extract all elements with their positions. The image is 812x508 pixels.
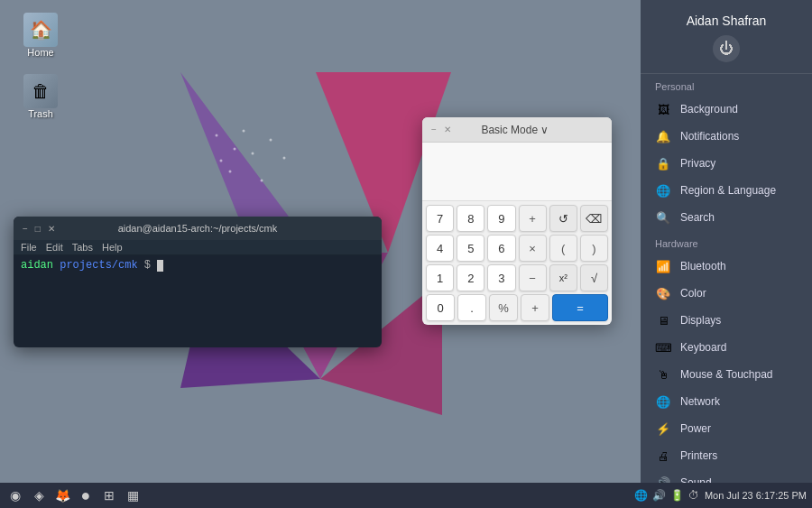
calc-minimize-btn[interactable]: − bbox=[429, 125, 438, 134]
settings-color-label: Color bbox=[680, 287, 706, 300]
terminal-prompt-symbol: $ bbox=[144, 259, 157, 272]
settings-item-network[interactable]: 🌐 Network bbox=[641, 388, 812, 415]
svg-point-8 bbox=[243, 130, 245, 133]
terminal-minimize-btn[interactable]: − bbox=[21, 224, 30, 234]
taskbar-firefox[interactable]: 🦊 bbox=[52, 485, 72, 505]
calc-btn-add[interactable]: + bbox=[521, 294, 549, 321]
settings-item-power[interactable]: ⚡ Power bbox=[641, 415, 812, 442]
settings-item-displays[interactable]: 🖥 Displays bbox=[641, 307, 812, 334]
calc-display bbox=[422, 143, 612, 201]
calc-btn-sqrt[interactable]: √ bbox=[580, 264, 608, 291]
terminal-prompt-path: projects/cmk bbox=[60, 259, 137, 272]
calc-btn-decimal[interactable]: . bbox=[457, 294, 486, 321]
calc-btn-0[interactable]: 0 bbox=[426, 294, 455, 321]
power-settings-icon: ⚡ bbox=[655, 420, 671, 437]
terminal-menu-bar: File Edit Tabs Help bbox=[14, 240, 382, 255]
settings-region-label: Region & Language bbox=[680, 184, 776, 197]
settings-mouse-label: Mouse & Touchpad bbox=[680, 368, 773, 381]
taskbar-icon-6[interactable]: ▦ bbox=[123, 485, 143, 505]
calc-btn-squared[interactable]: x² bbox=[549, 264, 577, 291]
terminal-close-btn[interactable]: ✕ bbox=[46, 224, 57, 234]
settings-item-notifications[interactable]: 🔔 Notifications bbox=[641, 123, 812, 150]
calc-btn-7[interactable]: 7 bbox=[426, 205, 454, 232]
calc-btn-9[interactable]: 9 bbox=[487, 205, 515, 232]
taskbar-network-icon[interactable]: 🌐 bbox=[634, 489, 648, 502]
calc-row-4: 0 . % + = bbox=[426, 294, 608, 321]
terminal-content[interactable]: aidan projects/cmk $ bbox=[14, 255, 382, 347]
svg-point-13 bbox=[261, 180, 263, 182]
settings-item-keyboard[interactable]: ⌨ Keyboard bbox=[641, 334, 812, 361]
taskbar-battery-icon[interactable]: 🔋 bbox=[670, 489, 684, 502]
terminal-prompt-user: aidan bbox=[21, 259, 53, 272]
taskbar-icon-4[interactable]: ● bbox=[76, 485, 96, 505]
svg-point-9 bbox=[252, 152, 254, 155]
desktop-icons: 🏠 Home 🗑 Trash bbox=[9, 9, 72, 132]
settings-power-label: Power bbox=[680, 422, 711, 435]
calc-btn-multiply[interactable]: × bbox=[519, 235, 547, 262]
home-icon-label: Home bbox=[27, 47, 53, 58]
terminal-menu-help[interactable]: Help bbox=[102, 242, 123, 253]
calc-btn-undo[interactable]: ↺ bbox=[549, 205, 577, 232]
taskbar-clock-icon[interactable]: ⏱ bbox=[688, 489, 699, 502]
taskbar-left: ◉ ◈ 🦊 ● ⊞ ▦ bbox=[5, 485, 143, 505]
settings-notifications-label: Notifications bbox=[680, 130, 739, 143]
power-button[interactable]: ⏻ bbox=[713, 35, 740, 62]
desktop: 🏠 Home 🗑 Trash − □ ✕ aidan@aidan15-arch:… bbox=[0, 0, 812, 508]
terminal-menu-file[interactable]: File bbox=[21, 242, 37, 253]
calc-btn-subtract[interactable]: − bbox=[519, 264, 547, 291]
color-icon: 🎨 bbox=[655, 285, 671, 301]
calc-btn-percent[interactable]: % bbox=[489, 294, 518, 321]
settings-item-search[interactable]: 🔍 Search bbox=[641, 204, 812, 231]
settings-item-color[interactable]: 🎨 Color bbox=[641, 280, 812, 307]
calc-btn-close-paren[interactable]: ) bbox=[580, 235, 608, 262]
settings-item-privacy[interactable]: 🔒 Privacy bbox=[641, 150, 812, 177]
settings-item-mouse[interactable]: 🖱 Mouse & Touchpad bbox=[641, 361, 812, 388]
terminal-title: aidan@aidan15-arch:~/projects/cmk bbox=[57, 223, 338, 234]
calc-btn-4[interactable]: 4 bbox=[426, 235, 454, 262]
settings-search-label: Search bbox=[680, 211, 715, 224]
settings-bluetooth-label: Bluetooth bbox=[680, 260, 726, 272]
settings-item-bluetooth[interactable]: 📶 Bluetooth bbox=[641, 253, 812, 280]
calc-close-btn[interactable]: ✕ bbox=[442, 125, 453, 134]
home-icon-img: 🏠 bbox=[23, 13, 58, 47]
terminal-menu-tabs[interactable]: Tabs bbox=[72, 242, 93, 253]
calc-btn-equals[interactable]: = bbox=[552, 294, 608, 321]
region-icon: 🌐 bbox=[655, 182, 671, 199]
taskbar-volume-icon[interactable]: 🔊 bbox=[652, 489, 666, 502]
bluetooth-icon: 📶 bbox=[655, 258, 671, 274]
settings-item-printers[interactable]: 🖨 Printers bbox=[641, 442, 812, 469]
calc-btn-open-paren[interactable]: ( bbox=[549, 235, 577, 262]
terminal-maximize-btn[interactable]: □ bbox=[33, 224, 42, 234]
settings-privacy-label: Privacy bbox=[680, 157, 715, 170]
displays-icon: 🖥 bbox=[655, 312, 671, 328]
settings-header: Aidan Shafran ⏻ bbox=[641, 0, 812, 74]
settings-network-label: Network bbox=[680, 395, 720, 408]
keyboard-icon: ⌨ bbox=[655, 339, 671, 356]
svg-point-11 bbox=[270, 139, 272, 142]
calc-btn-1[interactable]: 1 bbox=[426, 264, 454, 291]
taskbar: ◉ ◈ 🦊 ● ⊞ ▦ 🌐 🔊 🔋 ⏱ Mon Jul 23 6:17:25 P… bbox=[0, 483, 812, 508]
trash-icon[interactable]: 🗑 Trash bbox=[9, 70, 72, 123]
calc-btn-5[interactable]: 5 bbox=[457, 235, 484, 262]
calc-btn-backspace[interactable]: ⌫ bbox=[580, 205, 608, 232]
svg-point-10 bbox=[229, 171, 232, 173]
taskbar-icon-2[interactable]: ◈ bbox=[29, 485, 49, 505]
calc-btn-8[interactable]: 8 bbox=[457, 205, 484, 232]
home-icon[interactable]: 🏠 Home bbox=[9, 9, 72, 61]
calc-btn-3[interactable]: 3 bbox=[487, 264, 515, 291]
settings-printers-label: Printers bbox=[680, 449, 717, 462]
background-icon: 🖼 bbox=[655, 101, 671, 117]
settings-item-background[interactable]: 🖼 Background bbox=[641, 96, 812, 123]
svg-point-12 bbox=[283, 157, 286, 160]
settings-item-region[interactable]: 🌐 Region & Language bbox=[641, 177, 812, 204]
taskbar-app-menu[interactable]: ◉ bbox=[5, 485, 25, 505]
calc-row-2: 4 5 6 × ( ) bbox=[426, 235, 608, 262]
calc-btn-2[interactable]: 2 bbox=[457, 264, 484, 291]
calc-btn-plus-alt[interactable]: + bbox=[519, 205, 547, 232]
terminal-menu-edit[interactable]: Edit bbox=[46, 242, 63, 253]
taskbar-icon-5[interactable]: ⊞ bbox=[99, 485, 119, 505]
calc-btn-6[interactable]: 6 bbox=[487, 235, 515, 262]
svg-point-6 bbox=[234, 148, 236, 151]
calc-window-controls: − ✕ bbox=[429, 125, 453, 134]
calc-row-1: 7 8 9 + ↺ ⌫ bbox=[426, 205, 608, 232]
